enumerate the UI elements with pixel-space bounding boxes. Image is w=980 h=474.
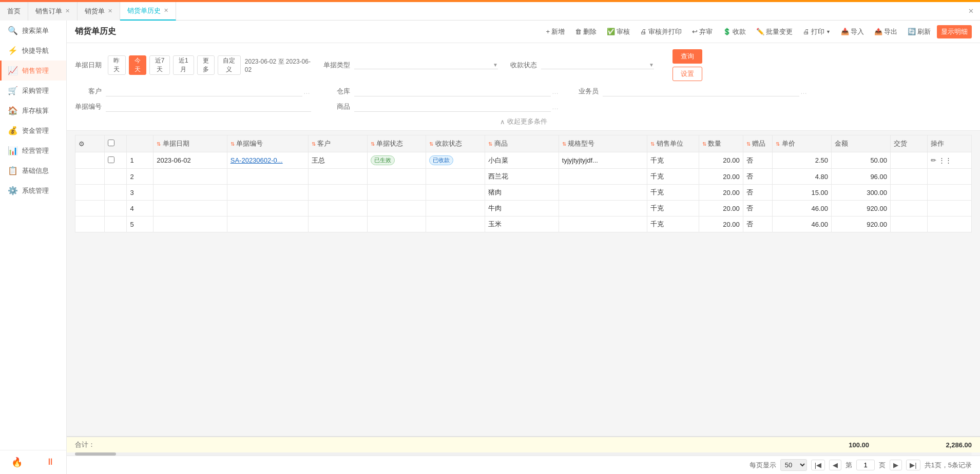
tab-sales-delivery[interactable]: 销货单 ✕ [78,2,120,21]
sidebar-item-quick-nav[interactable]: ⚡ 快捷导航 [0,41,66,61]
col-deal-header[interactable]: 交货 [890,135,927,152]
collapse-btn[interactable]: ∧ 收起更多条件 [75,117,972,126]
col-gift-header[interactable]: ⇅ 赠品 [743,135,772,152]
date-cell [153,185,227,201]
gift-cell: 否 [743,185,772,201]
show-detail-button[interactable]: 显示明细 [937,25,972,38]
sidebar-item-system-mgmt[interactable]: ⚙️ 系统管理 [0,181,66,201]
tab-sales-history[interactable]: 销货单历史 ✕ [120,2,176,21]
more-ops-icon[interactable]: ⋮⋮ [938,156,952,164]
row-checkbox[interactable] [108,156,114,163]
tab-bar: 首页 销售订单 ✕ 销货单 ✕ 销货单历史 ✕ ✕ [0,2,980,21]
next-page-btn[interactable]: ▶ [890,460,902,470]
query-button[interactable]: 查询 [672,49,702,64]
sidebar-item-basic-info[interactable]: 📋 基础信息 [0,161,66,181]
date-btn-yesterday[interactable]: 昨天 [108,55,126,75]
col-pay-header[interactable]: ⇅ 收款状态 [426,135,485,152]
finance-icon: 💰 [8,126,18,135]
sidebar-item-finance[interactable]: 💰 资金管理 [0,121,66,141]
import-button[interactable]: 📥 导入 [837,25,868,38]
date-btn-today[interactable]: 今天 [129,55,147,75]
close-icon[interactable]: ✕ [65,8,70,14]
check-cell[interactable] [105,201,127,216]
totals-amount: 2,286.00 [931,441,972,449]
sidebar-item-operations[interactable]: 📊 经营管理 [0,141,66,161]
col-goods-header[interactable]: ⇅ 商品 [485,135,559,152]
pay-status-select[interactable]: ▼ [541,61,654,69]
salesperson-input[interactable] [603,86,799,96]
check-cell[interactable] [105,152,127,169]
doc-no-link[interactable]: SA-20230602-0... [230,156,283,164]
tab-sales-history-label: 销货单历史 [127,6,161,15]
unit-cell: 千克 [647,169,699,185]
refresh-button[interactable]: 🔄 刷新 [904,25,935,38]
date-btn-7days[interactable]: 近7天 [149,55,170,75]
check-cell[interactable] [105,185,127,201]
deal-cell [890,185,927,201]
batch-change-button[interactable]: ✏️ 批量变更 [752,25,797,38]
sidebar-item-inventory[interactable]: 🏠 库存核算 [0,101,66,121]
check-cell[interactable] [105,216,127,232]
print-button[interactable]: 🖨 打印 ▼ [799,25,835,38]
export-button[interactable]: 📤 导出 [870,25,901,38]
goods-input[interactable] [354,102,551,112]
qty-cell: 20.00 [699,185,743,201]
first-page-btn[interactable]: |◀ [811,460,825,470]
goods-dots-icon[interactable]: … [551,103,560,111]
close-icon[interactable]: ✕ [164,7,168,14]
pay-status-select-input[interactable] [541,61,649,69]
salesperson-dots-icon[interactable]: … [799,88,808,95]
review-print-button[interactable]: 🖨 审核并打印 [636,25,686,38]
collect-button[interactable]: 💲 收款 [719,25,750,38]
no-cell[interactable] [227,169,308,185]
sidebar-item-sales-mgmt[interactable]: 📈 销售管理 [0,61,66,81]
page-input[interactable] [856,460,875,470]
select-all-checkbox[interactable] [108,140,114,146]
col-amount-header[interactable]: 金额 [832,135,891,152]
col-spec-header[interactable]: ⇅ 规格型号 [559,135,647,152]
per-page-select[interactable]: 20 50 100 [780,459,807,471]
no-cell[interactable] [227,216,308,232]
sidebar-item-label: 搜索菜单 [22,26,49,35]
date-btn-1month[interactable]: 近1月 [173,55,194,75]
customer-dots-icon[interactable]: … [302,88,311,95]
tab-bar-close-all[interactable]: ✕ [962,7,980,15]
sidebar-item-purchase-mgmt[interactable]: 🛒 采购管理 [0,81,66,101]
tab-home[interactable]: 首页 [0,2,28,21]
date-btn-more[interactable]: 更多 [197,55,215,75]
col-status-header[interactable]: ⇅ 单据状态 [367,135,426,152]
col-gear-header[interactable]: ⚙ [75,135,105,152]
review-button[interactable]: ✅ 审核 [603,25,634,38]
edit-icon[interactable]: ✏ [931,156,936,164]
doc-type-select-input[interactable] [354,61,493,69]
date-btn-custom[interactable]: 自定义 [218,55,241,75]
col-check-header[interactable] [105,135,127,152]
col-unit-header[interactable]: ⇅ 销售单位 [647,135,699,152]
col-price-header[interactable]: ⇅ 单价 [773,135,832,152]
settings-button[interactable]: 设置 [672,67,702,81]
no-cell[interactable] [227,185,308,201]
doc-type-select[interactable]: ▼ [354,61,498,69]
warehouse-input[interactable] [354,86,551,96]
tab-sales-order[interactable]: 销售订单 ✕ [28,2,78,21]
sidebar-item-search-menu[interactable]: 🔍 搜索菜单 [0,21,66,41]
col-date-header[interactable]: ⇅ 单据日期 [153,135,227,152]
new-button[interactable]: + 新增 [542,25,569,38]
col-qty-header[interactable]: ⇅ 数量 [699,135,743,152]
doc-no-input[interactable] [106,102,311,112]
customer-input[interactable] [106,86,302,96]
prev-page-btn[interactable]: ◀ [829,460,841,470]
date-cell [153,169,227,185]
col-no-header[interactable]: ⇅ 单据编号 [227,135,308,152]
warehouse-dots-icon[interactable]: … [551,88,560,95]
last-page-btn[interactable]: ▶| [906,460,920,470]
col-customer-header[interactable]: ⇅ 客户 [308,135,367,152]
discard-button[interactable]: ↩ 弃审 [688,25,717,38]
sidebar-pause-btn[interactable]: ⏸ [42,455,59,470]
close-icon[interactable]: ✕ [108,8,112,14]
check-cell[interactable] [105,169,127,185]
no-cell[interactable] [227,201,308,216]
no-cell[interactable]: SA-20230602-0... [227,152,308,169]
delete-button[interactable]: 🗑 删除 [571,25,601,38]
sidebar-fire-btn[interactable]: 🔥 [7,455,27,470]
